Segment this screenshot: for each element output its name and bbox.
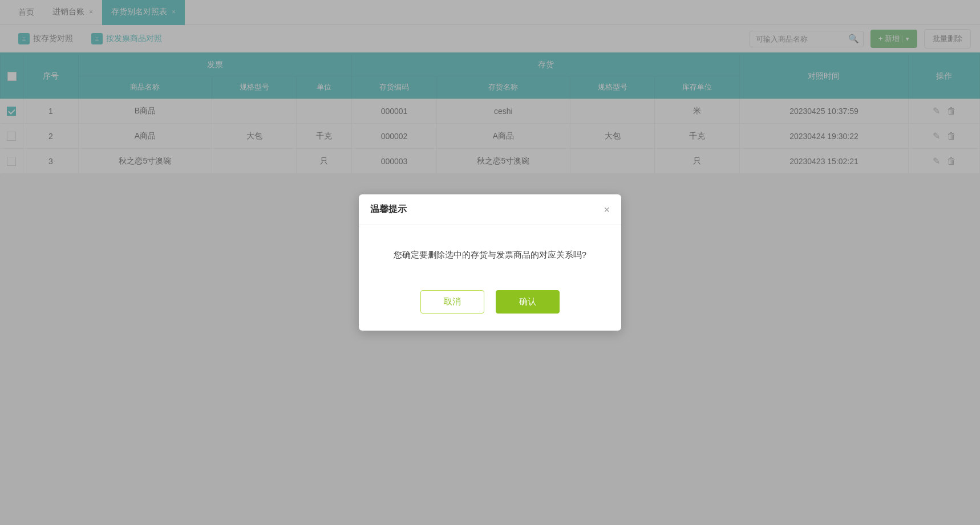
modal-overlay: 温馨提示 × 您确定要删除选中的存货与发票商品的对应关系吗? 取消 确认 [0,0,980,174]
